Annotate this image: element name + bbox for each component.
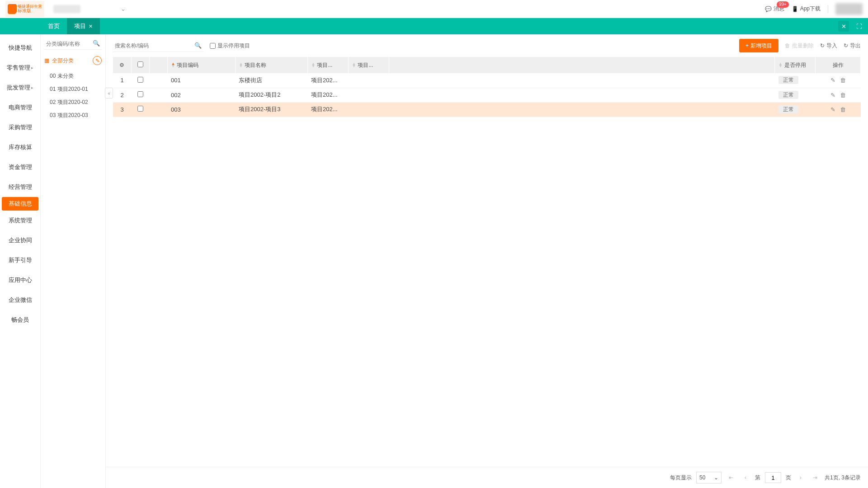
mobile-icon: 📱 xyxy=(792,6,798,12)
message-icon: 💬 xyxy=(765,6,772,12)
org-selector[interactable]: ⌄ xyxy=(49,3,130,15)
messages-button[interactable]: 💬 消息 99+ xyxy=(765,5,784,13)
tab[interactable]: 项目✕ xyxy=(67,18,100,34)
brand-line2: 标准版 xyxy=(18,9,42,13)
tab-label: 项目 xyxy=(74,22,86,30)
app-download-button[interactable]: 📱 App下载 xyxy=(792,5,821,13)
fullscreen-icon[interactable]: ⛶ xyxy=(854,21,864,32)
divider xyxy=(828,5,828,13)
org-name-redacted xyxy=(53,5,80,13)
chevron-down-icon: ⌄ xyxy=(121,5,126,12)
brand-logo[interactable]: 畅捷通好生意 标准版 xyxy=(5,1,44,17)
brand-text: 畅捷通好生意 标准版 xyxy=(18,5,42,13)
messages-badge: 99+ xyxy=(777,1,789,8)
tab-label: 首页 xyxy=(48,22,60,30)
close-tab-icon[interactable]: ✕ xyxy=(838,21,849,32)
tab[interactable]: 首页 xyxy=(41,18,67,34)
user-avatar-redacted[interactable] xyxy=(835,3,863,15)
tabs-bar: 首页项目✕ ✕ ⛶ xyxy=(0,18,868,34)
tabs-actions: ✕ ⛶ xyxy=(838,18,864,34)
top-header: 畅捷通好生意 标准版 ⌄ 💬 消息 99+ 📱 App下载 xyxy=(0,0,868,18)
logo-icon xyxy=(8,4,17,14)
header-right: 💬 消息 99+ 📱 App下载 xyxy=(765,3,863,15)
close-icon[interactable]: ✕ xyxy=(89,23,93,29)
header-left: 畅捷通好生意 标准版 ⌄ xyxy=(5,1,130,17)
download-label: App下载 xyxy=(800,5,821,13)
